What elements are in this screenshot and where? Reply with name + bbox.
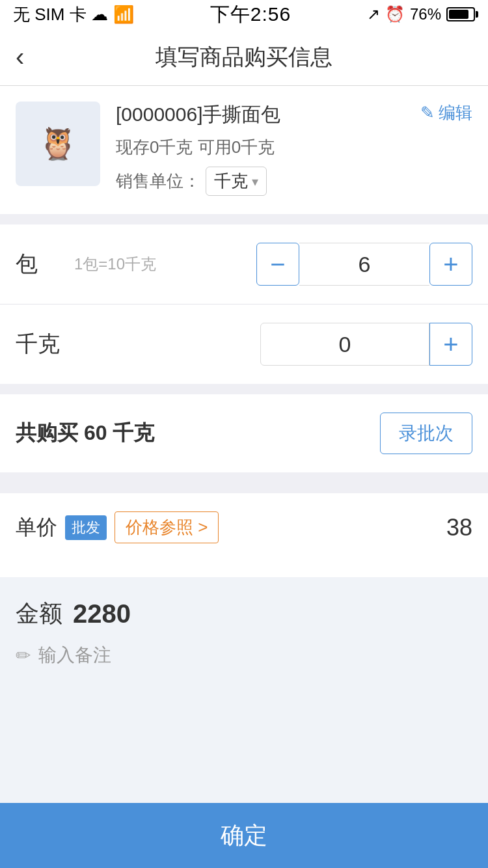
confirm-button[interactable]: 确定 xyxy=(0,803,488,868)
edit-button[interactable]: ✎ 编辑 xyxy=(420,102,472,124)
kg-quantity-input[interactable] xyxy=(260,323,429,366)
product-logo: 🦉 xyxy=(38,126,77,162)
total-amount: 60 xyxy=(84,421,107,444)
price-label-group: 单价 批发 价格参照 > xyxy=(16,511,219,543)
status-time: 下午2:56 xyxy=(210,1,291,28)
amount-label: 金额 xyxy=(16,598,62,630)
kg-input-row: 千克 + xyxy=(0,305,488,384)
location-icon: ↗ xyxy=(367,5,380,23)
total-prefix: 共购买 xyxy=(16,421,78,444)
bag-input-row: 包 1包=10千克 − + xyxy=(0,224,488,305)
divider xyxy=(0,483,488,493)
edit-label: 编辑 xyxy=(439,102,472,124)
edit-icon: ✎ xyxy=(420,103,435,123)
battery-percent: 76% xyxy=(410,5,441,23)
product-image: 🦉 xyxy=(16,102,100,186)
remark-placeholder[interactable]: 输入备注 xyxy=(38,643,111,668)
content-area: 🦉 [0000006]手撕面包 现存0千克 可用0千克 销售单位： 千克 ▾ ✎… xyxy=(0,86,488,803)
price-row: 单价 批发 价格参照 > 38 xyxy=(16,511,472,543)
bag-hint: 1包=10千克 xyxy=(74,254,256,275)
bag-quantity-control: − + xyxy=(256,243,472,286)
product-name: [0000006]手撕面包 xyxy=(116,102,472,128)
bag-increment-button[interactable]: + xyxy=(429,243,472,286)
page-title: 填写商品购买信息 xyxy=(156,42,332,72)
status-left: 无 SIM 卡 ☁ 📶 xyxy=(13,3,134,26)
remark-row[interactable]: ✏ 输入备注 xyxy=(16,643,472,668)
batch-button[interactable]: 录批次 xyxy=(380,413,472,454)
unit-value: 千克 xyxy=(214,170,248,193)
input-section: 包 1包=10千克 − + 千克 + xyxy=(0,224,488,384)
product-stock: 现存0千克 可用0千克 xyxy=(116,136,472,159)
product-card: 🦉 [0000006]手撕面包 现存0千克 可用0千克 销售单位： 千克 ▾ ✎… xyxy=(0,86,488,214)
total-text: 共购买 60 千克 xyxy=(16,419,154,448)
nav-bar: ‹ 填写商品购买信息 xyxy=(0,29,488,86)
kg-quantity-control: + xyxy=(260,323,472,366)
unit-selector[interactable]: 千克 ▾ xyxy=(206,167,267,196)
kg-label: 千克 xyxy=(16,329,68,359)
price-label: 单价 xyxy=(16,513,57,542)
product-info: [0000006]手撕面包 现存0千克 可用0千克 销售单位： 千克 ▾ xyxy=(116,102,472,196)
total-suffix: 千克 xyxy=(113,421,154,444)
amount-section: 金额 2280 ✏ 输入备注 xyxy=(0,577,488,803)
kg-increment-button[interactable]: + xyxy=(429,323,472,366)
amount-row: 金额 2280 xyxy=(16,598,472,630)
status-right: ↗ ⏰ 76% xyxy=(367,5,475,23)
bag-quantity-input[interactable] xyxy=(299,243,429,286)
price-badge: 批发 xyxy=(65,515,107,540)
bag-label: 包 xyxy=(16,249,68,279)
price-section: 单价 批发 价格参照 > 38 xyxy=(0,493,488,577)
product-unit-row: 销售单位： 千克 ▾ xyxy=(116,167,472,196)
battery-icon xyxy=(446,7,475,21)
back-button[interactable]: ‹ xyxy=(16,42,24,72)
bag-decrement-button[interactable]: − xyxy=(256,243,299,286)
price-reference-button[interactable]: 价格参照 > xyxy=(115,511,219,543)
total-section: 共购买 60 千克 录批次 xyxy=(0,394,488,472)
alarm-icon: ⏰ xyxy=(385,5,405,23)
unit-label: 销售单位： xyxy=(116,170,200,193)
chevron-down-icon: ▾ xyxy=(252,174,258,189)
pencil-icon: ✏ xyxy=(16,645,31,666)
amount-value: 2280 xyxy=(73,599,131,629)
sim-status: 无 SIM 卡 ☁ xyxy=(13,3,108,26)
status-bar: 无 SIM 卡 ☁ 📶 下午2:56 ↗ ⏰ 76% xyxy=(0,0,488,29)
price-value: 38 xyxy=(446,514,472,541)
wifi-icon: 📶 xyxy=(113,5,134,25)
